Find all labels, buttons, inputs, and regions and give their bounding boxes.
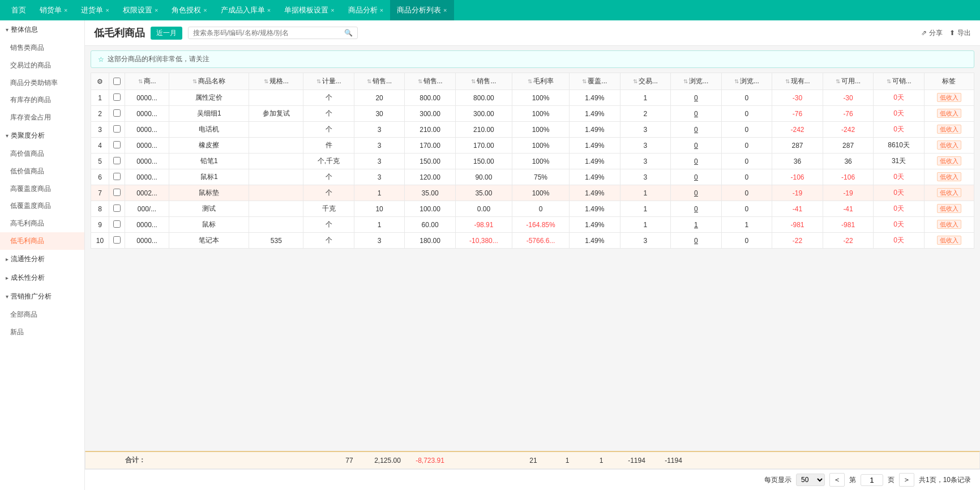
col-unit[interactable]: ⇅计量... <box>303 73 354 90</box>
sidebar-item-new-goods[interactable]: 新品 <box>0 323 84 341</box>
cell-checkbox[interactable] <box>109 185 125 201</box>
cell-browse1[interactable]: 0 <box>671 90 722 106</box>
sidebar-item-low-value[interactable]: 低价值商品 <box>0 163 84 180</box>
col-transaction[interactable]: ⇅交易... <box>620 73 671 90</box>
cell-checkbox[interactable] <box>109 106 125 122</box>
nav-goods-analysis-close[interactable]: × <box>380 0 383 20</box>
nav-product-entry[interactable]: 产成品入库单 × <box>214 0 277 20</box>
nav-sales-close[interactable]: × <box>64 0 67 20</box>
select-all-checkbox[interactable] <box>113 78 121 85</box>
page-title: 低毛利商品 <box>94 26 145 40</box>
cell-checkbox[interactable] <box>109 90 125 106</box>
sidebar-item-stock-goods[interactable]: 有库存的商品 <box>0 91 84 109</box>
per-page-select[interactable]: 50 20 100 <box>796 474 825 486</box>
nav-home[interactable]: 首页 <box>5 0 33 20</box>
nav-product-entry-close[interactable]: × <box>267 0 271 20</box>
row-checkbox[interactable] <box>113 109 121 117</box>
cell-checkbox[interactable] <box>109 217 125 233</box>
sidebar-item-low-profit[interactable]: 低毛利商品 <box>0 232 84 250</box>
row-checkbox[interactable] <box>113 189 121 196</box>
nav-template[interactable]: 单据模板设置 × <box>277 0 341 20</box>
cell-checkbox[interactable] <box>109 169 125 185</box>
search-icon[interactable]: 🔍 <box>344 29 353 37</box>
cell-checkbox[interactable] <box>109 122 125 138</box>
sidebar-item-sales-goods[interactable]: 销售类商品 <box>0 39 84 57</box>
row-checkbox[interactable] <box>113 141 121 148</box>
col-available[interactable]: ⇅可用... <box>823 73 874 90</box>
cell-checkbox[interactable] <box>109 154 125 169</box>
nav-template-close[interactable]: × <box>331 0 334 20</box>
nav-role-close[interactable]: × <box>203 0 207 20</box>
col-browse2[interactable]: ⇅浏览... <box>721 73 772 90</box>
col-settings[interactable]: ⚙ <box>91 73 109 90</box>
cell-browse1[interactable]: 0 <box>671 201 722 217</box>
nav-purchase[interactable]: 进货单 × <box>74 0 115 20</box>
row-checkbox[interactable] <box>113 125 121 133</box>
row-checkbox[interactable] <box>113 93 121 101</box>
col-sales-profit[interactable]: ⇅销售... <box>455 73 512 90</box>
col-sales-qty[interactable]: ⇅销售... <box>354 73 405 90</box>
cell-browse1[interactable]: 0 <box>671 106 722 122</box>
nav-sales[interactable]: 销货单 × <box>33 0 74 20</box>
nav-goods-analysis-list[interactable]: 商品分析列表 × <box>390 0 453 20</box>
sidebar-item-high-coverage[interactable]: 高覆盖度商品 <box>0 180 84 198</box>
cell-checkbox[interactable] <box>109 201 125 217</box>
cell-browse1[interactable]: 0 <box>671 185 722 201</box>
sidebar-item-high-value[interactable]: 高价值商品 <box>0 145 84 163</box>
cell-transaction: 1 <box>620 185 671 201</box>
col-name[interactable]: ⇅商品名称 <box>169 73 249 90</box>
nav-goods-analysis-list-close[interactable]: × <box>443 0 447 20</box>
col-saleable[interactable]: ⇅可销... <box>874 73 925 90</box>
table-body: 1 0000... 属性定价 个 20 800.00 800.00 100% 1… <box>91 90 974 249</box>
nav-goods-analysis[interactable]: 商品分析 × <box>341 0 390 20</box>
sidebar-section-circulation[interactable]: ▸ 流通性分析 <box>0 250 84 269</box>
sidebar-item-high-profit[interactable]: 高毛利商品 <box>0 215 84 232</box>
cell-browse1[interactable]: 0 <box>671 122 722 138</box>
share-button[interactable]: ⇗ 分享 <box>921 28 943 38</box>
filter-button[interactable]: 近一月 <box>151 27 182 40</box>
col-tag[interactable]: 标签 <box>924 73 974 90</box>
export-button[interactable]: ⬆ 导出 <box>949 28 971 38</box>
row-checkbox[interactable] <box>113 173 121 180</box>
row-checkbox[interactable] <box>113 220 121 228</box>
col-browse1[interactable]: ⇅浏览... <box>671 73 722 90</box>
sidebar-item-low-coverage[interactable]: 低覆盖度商品 <box>0 197 84 215</box>
sidebar-item-category-rate[interactable]: 商品分类助销率 <box>0 74 84 92</box>
nav-purchase-close[interactable]: × <box>105 0 109 20</box>
sidebar-section-overall[interactable]: ▾ 整体信息 <box>0 20 84 39</box>
search-input[interactable] <box>193 29 342 37</box>
cell-browse1[interactable]: 0 <box>671 154 722 169</box>
cell-coverage: 1.49% <box>570 185 620 201</box>
sidebar-item-all-goods[interactable]: 全部商品 <box>0 306 84 323</box>
nav-permission[interactable]: 权限设置 × <box>116 0 165 20</box>
col-current-stock[interactable]: ⇅现有... <box>772 73 823 90</box>
sidebar-item-capital[interactable]: 库存资金占用 <box>0 109 84 126</box>
cell-browse1[interactable]: 1 <box>671 217 722 233</box>
row-checkbox[interactable] <box>113 236 121 244</box>
cell-checkbox[interactable] <box>109 138 125 154</box>
cell-browse1[interactable]: 0 <box>671 233 722 249</box>
col-code[interactable]: ⇅商... <box>125 73 169 90</box>
cell-code: 0000... <box>125 233 169 249</box>
page-input[interactable] <box>861 474 883 486</box>
sidebar-section-cluster[interactable]: ▾ 类聚度分析 <box>0 126 84 145</box>
prev-page-button[interactable]: ＜ <box>829 473 845 487</box>
cell-browse1[interactable]: 0 <box>671 138 722 154</box>
cell-gross-rate: 100% <box>512 138 569 154</box>
sidebar-section-marketing[interactable]: ▾ 营销推广分析 <box>0 287 84 306</box>
cell-num: 8 <box>91 201 109 217</box>
cell-checkbox[interactable] <box>109 233 125 249</box>
cell-coverage: 1.49% <box>570 233 620 249</box>
col-gross-rate[interactable]: ⇅毛利率 <box>512 73 569 90</box>
sidebar-item-traded-goods[interactable]: 交易过的商品 <box>0 57 84 74</box>
nav-permission-close[interactable]: × <box>155 0 158 20</box>
next-page-button[interactable]: ＞ <box>899 473 914 487</box>
nav-role[interactable]: 角色授权 × <box>165 0 213 20</box>
sidebar-section-growth[interactable]: ▸ 成长性分析 <box>0 269 84 287</box>
col-spec[interactable]: ⇅规格... <box>249 73 303 90</box>
row-checkbox[interactable] <box>113 157 121 164</box>
col-sales-amount[interactable]: ⇅销售... <box>405 73 456 90</box>
row-checkbox[interactable] <box>113 204 121 212</box>
col-coverage[interactable]: ⇅覆盖... <box>570 73 620 90</box>
cell-browse1[interactable]: 0 <box>671 169 722 185</box>
